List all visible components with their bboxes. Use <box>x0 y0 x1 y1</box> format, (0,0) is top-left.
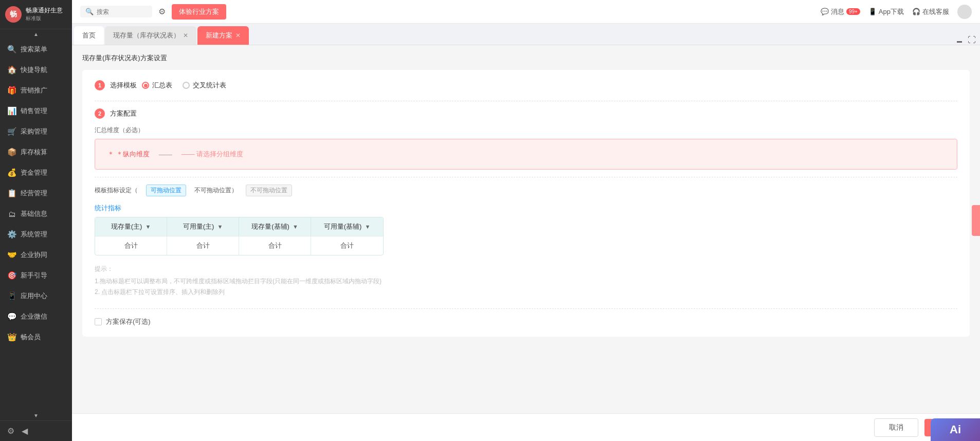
radio-cross[interactable]: 交叉统计表 <box>183 81 226 90</box>
main-area: 🔍 ⚙ 体验行业方案 💬 消息 99+ 📱 App下载 🎧 在线客服 <box>72 0 980 441</box>
action-bar: 取消 查询 <box>72 413 980 441</box>
tab-expand-icon[interactable]: ⛶ <box>968 35 976 45</box>
user-avatar[interactable] <box>957 5 972 19</box>
stats-col-0[interactable]: 现存量(主)▼ <box>95 217 167 236</box>
sidebar-item-system[interactable]: ⚙️ 系统管理 <box>0 224 72 245</box>
sidebar-item-marketing[interactable]: 🎁 营销推广 <box>0 80 72 101</box>
vertical-label: ＊ ＊纵向维度 <box>107 150 150 159</box>
sidebar-item-shortcut[interactable]: 🏠 快捷导航 <box>0 60 72 80</box>
sidebar-label-enterprise: 企业协同 <box>21 250 47 260</box>
sidebar-label-operations: 经营管理 <box>21 189 47 198</box>
sidebar-label-sales: 销售管理 <box>21 106 47 116</box>
industry-solution-button[interactable]: 体验行业方案 <box>172 4 226 20</box>
template-radio-group: 汇总表 交叉统计表 <box>142 81 226 90</box>
enterprise-icon: 🤝 <box>7 250 16 260</box>
sidebar-item-sales[interactable]: 📊 销售管理 <box>0 101 72 121</box>
search-input[interactable] <box>97 8 138 15</box>
sidebar-item-appstore[interactable]: 📱 应用中心 <box>0 286 72 306</box>
sidebar-item-basic[interactable]: 🗂 基础信息 <box>0 204 72 224</box>
sidebar-label-shortcut: 快捷导航 <box>21 65 47 75</box>
page-title: 现存量(库存状况表)方案设置 <box>82 53 970 63</box>
stats-cell-1: 合计 <box>167 236 239 255</box>
purchase-icon: 🛒 <box>7 127 16 136</box>
tab-inventory-close[interactable]: ✕ <box>183 32 188 39</box>
member-icon: 👑 <box>7 333 16 342</box>
stats-table: 现存量(主)▼可用量(主)▼现存量(基辅)▼可用量(基辅)▼ 合计合计合计合计 <box>95 217 384 255</box>
right-edge-tab[interactable] <box>972 205 980 236</box>
app-download-button[interactable]: 📱 App下载 <box>868 7 904 16</box>
sidebar-label-purchase: 采购管理 <box>21 127 47 136</box>
fixed-label: 不可拖动位置） <box>194 186 238 195</box>
save-label: 方案保存(可选) <box>106 317 151 326</box>
sidebar-label-search: 搜索菜单 <box>21 45 47 54</box>
stats-section: 统计指标 现存量(主)▼可用量(主)▼现存量(基辅)▼可用量(基辅)▼ 合计合计… <box>95 204 957 255</box>
customer-service-button[interactable]: 🎧 在线客服 <box>912 7 949 16</box>
tab-home[interactable]: 首页 <box>74 26 104 45</box>
tabbar: 首页 现存量（库存状况表） ✕ 新建方案 ✕ 🗕 ⛶ <box>72 24 980 45</box>
tab-new-scheme-label: 新建方案 <box>206 31 232 40</box>
topbar-right: 💬 消息 99+ 📱 App下载 🎧 在线客服 <box>821 5 972 19</box>
sidebar-item-member[interactable]: 👑 畅会员 <box>0 327 72 347</box>
collapse-icon[interactable]: ◀ <box>22 426 28 436</box>
col-label-0: 现存量(主) <box>111 222 142 231</box>
logo-icon: 畅 <box>5 6 22 23</box>
stats-cell-3: 合计 <box>311 236 383 255</box>
footer-save: 方案保存(可选) <box>95 317 957 326</box>
settings-icon[interactable]: ⚙ <box>7 426 14 436</box>
headset-icon: 🎧 <box>912 8 920 15</box>
save-checkbox[interactable] <box>95 318 102 325</box>
sidebar-scroll-down[interactable]: ▼ <box>0 411 72 420</box>
sidebar-item-wechat[interactable]: 💬 企业微信 <box>0 306 72 327</box>
sidebar-item-inventory[interactable]: 📦 库存核算 <box>0 142 72 162</box>
col-dropdown-3[interactable]: ▼ <box>365 224 370 230</box>
sidebar-item-search[interactable]: 🔍 搜索菜单 <box>0 39 72 60</box>
tab-new-scheme-close[interactable]: ✕ <box>235 32 241 39</box>
col-dropdown-1[interactable]: ▼ <box>217 224 223 230</box>
app-icon: 📱 <box>868 8 877 15</box>
step1-label: 选择模板 <box>110 81 137 90</box>
sidebar-logo: 畅 畅康通好生意 标准版 <box>0 0 72 29</box>
tips-title: 提示： <box>95 264 957 275</box>
sidebar-item-purchase[interactable]: 🛒 采购管理 <box>0 121 72 142</box>
search-icon: 🔍 <box>85 8 94 15</box>
step2-section: 2 方案配置 汇总维度（必选） ＊ ＊纵向维度 —— —— 请选择分组维度 <box>95 108 957 298</box>
tabbar-right-controls: 🗕 ⛶ <box>955 35 980 45</box>
messages-button[interactable]: 💬 消息 99+ <box>821 7 860 16</box>
sidebar-item-newbie[interactable]: 🎯 新手引导 <box>0 265 72 286</box>
step2-header: 2 方案配置 <box>95 108 957 119</box>
sidebar-item-enterprise[interactable]: 🤝 企业协同 <box>0 245 72 265</box>
inventory-icon: 📦 <box>7 148 16 157</box>
stats-title: 统计指标 <box>95 204 957 213</box>
stats-col-2[interactable]: 现存量(基辅)▼ <box>239 217 311 236</box>
search-box[interactable]: 🔍 <box>80 6 152 17</box>
sidebar-nav: 🔍 搜索菜单 🏠 快捷导航 🎁 营销推广 📊 销售管理 🛒 采购管理 📦 库存核… <box>0 39 72 411</box>
stats-col-1[interactable]: 可用量(主)▼ <box>167 217 239 236</box>
shortcut-icon: 🏠 <box>7 65 16 75</box>
settings-gear-icon[interactable]: ⚙ <box>158 7 166 16</box>
basic-icon: 🗂 <box>7 209 16 218</box>
system-icon: ⚙️ <box>7 230 16 239</box>
wechat-icon: 💬 <box>7 312 16 321</box>
radio-summary[interactable]: 汇总表 <box>142 81 172 90</box>
sidebar-item-operations[interactable]: 📋 经营管理 <box>0 183 72 204</box>
cancel-button[interactable]: 取消 <box>874 418 918 437</box>
col-dropdown-2[interactable]: ▼ <box>293 224 298 230</box>
step1-header: 1 选择模板 汇总表 交叉统计表 <box>95 80 957 90</box>
col-dropdown-0[interactable]: ▼ <box>145 224 151 230</box>
dimension-placeholder[interactable]: —— 请选择分组维度 <box>182 150 244 159</box>
ai-badge[interactable]: Ai <box>931 418 980 441</box>
topbar: 🔍 ⚙ 体验行业方案 💬 消息 99+ 📱 App下载 🎧 在线客服 <box>72 0 980 24</box>
step2-label: 方案配置 <box>110 109 137 118</box>
sidebar-item-finance[interactable]: 💰 资金管理 <box>0 162 72 183</box>
stats-col-3[interactable]: 可用量(基辅)▼ <box>311 217 383 236</box>
sidebar-label-newbie: 新手引导 <box>21 271 47 280</box>
finance-icon: 💰 <box>7 168 16 177</box>
tab-minimize-icon[interactable]: 🗕 <box>955 35 964 45</box>
tab-new-scheme[interactable]: 新建方案 ✕ <box>197 26 249 45</box>
sidebar-label-wechat: 企业微信 <box>21 312 47 321</box>
tab-inventory-status[interactable]: 现存量（库存状况表） ✕ <box>105 26 196 45</box>
radio-summary-circle <box>142 82 149 89</box>
sidebar-scroll-up[interactable]: ▲ <box>0 29 72 39</box>
col-label-1: 可用量(主) <box>183 222 214 231</box>
indicator-label: 模板指标设定（ <box>95 186 138 195</box>
